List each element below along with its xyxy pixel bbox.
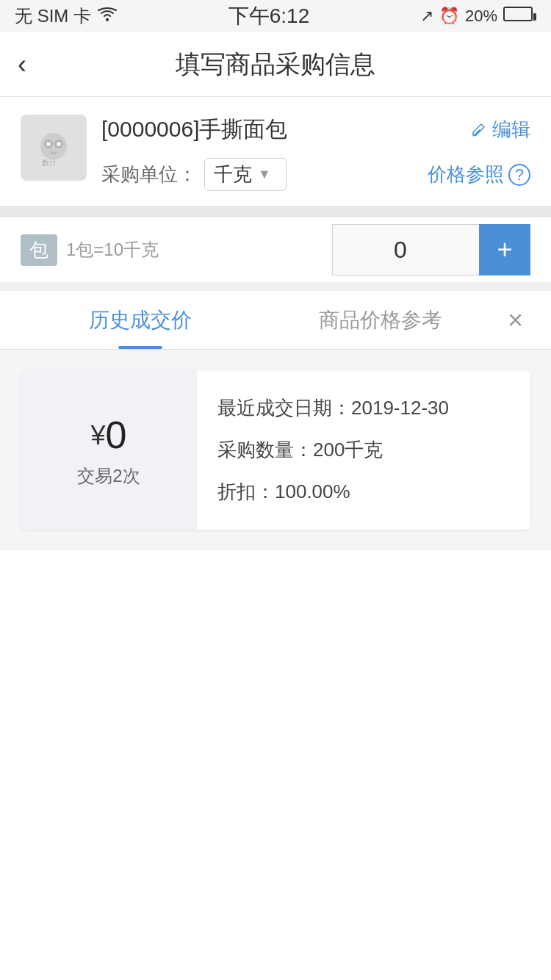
product-unit-row: 采购单位： 千克 ▼ 价格参照 ? — [101, 158, 530, 191]
status-left: 无 SIM 卡 — [15, 4, 118, 28]
history-discount-row: 折扣：100.00% — [217, 478, 510, 506]
tab-price-reference[interactable]: 商品价格参考 — [260, 291, 500, 349]
product-header: 数计 [0000006]手撕面包 编辑 采购单位： — [21, 115, 530, 191]
svg-point-1 — [40, 133, 67, 159]
edit-label: 编辑 — [492, 117, 530, 143]
history-date-row: 最近成交日期：2019-12-30 — [217, 394, 510, 422]
tab-history-label: 历史成交价 — [89, 306, 192, 334]
quantity-unit-info: 包 1包=10千克 — [21, 234, 332, 266]
carrier-label: 无 SIM 卡 — [15, 4, 91, 28]
unit-arrow: ▼ — [258, 167, 271, 182]
svg-point-4 — [46, 142, 51, 146]
unit-badge: 包 — [21, 234, 57, 266]
unit-select[interactable]: 千克 ▼ — [204, 158, 287, 191]
gps-icon: ↗ — [420, 7, 433, 26]
help-icon: ? — [508, 164, 530, 186]
history-price-value: 0 — [106, 414, 127, 456]
history-discount-value: 100.00% — [275, 480, 350, 502]
product-name-row: [0000006]手撕面包 编辑 — [101, 115, 530, 145]
nav-bar: ‹ 填写商品采购信息 — [0, 32, 551, 97]
history-card-details: 最近成交日期：2019-12-30 采购数量：200千克 折扣：100.00% — [197, 370, 530, 530]
svg-text:数计: 数计 — [42, 159, 57, 167]
tab-history-price[interactable]: 历史成交价 — [21, 291, 260, 349]
history-discount-label: 折扣： — [217, 480, 275, 502]
currency-symbol: ¥ — [91, 420, 106, 451]
history-date-label: 最近成交日期： — [217, 397, 351, 419]
unit-conversion: 1包=10千克 — [66, 238, 159, 262]
alarm-icon: ⏰ — [439, 7, 459, 26]
history-date-value: 2019-12-30 — [351, 397, 449, 419]
wifi-icon — [97, 6, 118, 26]
product-section: 数计 [0000006]手撕面包 编辑 采购单位： — [0, 97, 551, 206]
bottom-area — [0, 550, 551, 980]
page-title: 填写商品采购信息 — [176, 48, 375, 82]
svg-point-0 — [106, 18, 109, 21]
quantity-input[interactable] — [332, 224, 479, 275]
status-right: ↗ ⏰ 20% — [420, 7, 536, 26]
unit-value: 千克 — [214, 162, 252, 187]
history-card: ¥0 交易2次 最近成交日期：2019-12-30 采购数量：200千克 折扣：… — [21, 370, 530, 530]
battery-percent: 20% — [465, 7, 497, 26]
product-title: 手撕面包 — [199, 117, 287, 141]
product-name: [0000006]手撕面包 — [101, 115, 287, 145]
product-info: [0000006]手撕面包 编辑 采购单位： 千克 ▼ — [101, 115, 530, 191]
history-quantity-label: 采购数量： — [217, 439, 313, 461]
quantity-row: 包 1包=10千克 + — [0, 217, 551, 282]
price-ref-button[interactable]: 价格参照 ? — [428, 162, 530, 187]
back-button[interactable]: ‹ — [18, 49, 26, 80]
history-quantity-value: 200千克 — [313, 439, 383, 461]
section-divider — [0, 206, 551, 217]
history-quantity-row: 采购数量：200千克 — [217, 436, 510, 464]
battery-icon — [503, 7, 536, 26]
history-transactions: 交易2次 — [77, 464, 140, 488]
tab-price-ref-label: 商品价格参考 — [319, 306, 442, 334]
panel-close-button[interactable]: × — [500, 305, 530, 336]
panel-content: ¥0 交易2次 最近成交日期：2019-12-30 采购数量：200千克 折扣：… — [0, 350, 551, 550]
unit-label: 采购单位： — [101, 162, 197, 187]
history-price-summary: ¥0 交易2次 — [21, 370, 197, 530]
svg-point-5 — [57, 142, 61, 146]
product-code: [0000006] — [101, 117, 199, 141]
history-price-display: ¥0 — [91, 413, 127, 457]
status-bar: 无 SIM 卡 下午6:12 ↗ ⏰ 20% — [0, 0, 551, 32]
price-panel: 历史成交价 商品价格参考 × ¥0 交易2次 最近成交日期：2019-12-30… — [0, 291, 551, 550]
product-thumbnail: 数计 — [21, 115, 87, 181]
price-ref-label: 价格参照 — [428, 162, 504, 187]
quantity-input-area: + — [332, 224, 530, 275]
status-time: 下午6:12 — [228, 2, 310, 30]
edit-button[interactable]: 编辑 — [470, 117, 530, 143]
panel-tabs: 历史成交价 商品价格参考 × — [0, 291, 551, 350]
quantity-plus-button[interactable]: + — [479, 224, 530, 275]
